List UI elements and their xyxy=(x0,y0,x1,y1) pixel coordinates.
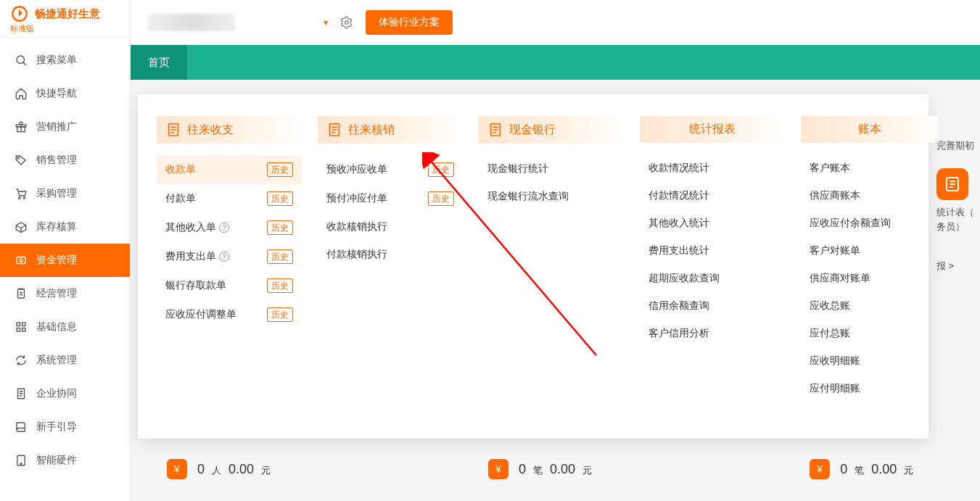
company-dropdown-caret-icon[interactable]: ▾ xyxy=(324,17,328,28)
settings-gear-icon[interactable] xyxy=(337,12,357,33)
mega-item[interactable]: 其他收入统计 xyxy=(640,210,785,237)
mega-item[interactable]: 供应商对账单 xyxy=(801,265,939,292)
history-tag[interactable]: 历史 xyxy=(267,307,293,322)
company-selector-blurred[interactable] xyxy=(148,14,235,31)
sidebar-item-device[interactable]: 智能硬件 xyxy=(0,444,130,477)
mega-item-label: 费用支出单? xyxy=(165,250,229,263)
stat-3-amount: 0.00 xyxy=(871,462,897,477)
help-icon[interactable]: ? xyxy=(219,252,229,262)
sidebar-item-loop[interactable]: 系统管理 xyxy=(0,344,130,377)
mega-column-header: 往来收支 xyxy=(157,116,302,144)
help-icon[interactable]: ? xyxy=(219,223,229,233)
svg-point-1 xyxy=(17,56,25,64)
stat-2-count: 0 xyxy=(519,462,526,477)
sidebar-item-home[interactable]: 快捷导航 xyxy=(0,77,130,110)
mega-item[interactable]: 费用支出单?历史 xyxy=(157,242,302,271)
mega-item[interactable]: 付款核销执行 xyxy=(318,241,463,268)
mega-column-3: 统计报表收款情况统计付款情况统计其他收入统计费用支出统计超期应收款查询信用余额查… xyxy=(640,116,785,402)
mega-item-label: 应付总账 xyxy=(810,327,850,340)
peek-report-icon[interactable] xyxy=(936,168,968,200)
history-tag[interactable]: 历史 xyxy=(428,162,454,177)
mega-item[interactable]: 银行存取款单历史 xyxy=(157,271,302,300)
sidebar-item-tag[interactable]: 销售管理 xyxy=(0,144,130,177)
peek-text-3[interactable]: 报 > xyxy=(936,260,980,273)
mega-item[interactable]: 客户对账单 xyxy=(801,237,939,265)
history-tag[interactable]: 历史 xyxy=(428,191,454,206)
svg-rect-7 xyxy=(17,257,25,264)
sidebar-item-doc[interactable]: 企业协同 xyxy=(0,377,130,410)
sidebar-item-clipboard[interactable]: 经营管理 xyxy=(0,277,130,310)
mega-item[interactable]: 付款单历史 xyxy=(157,184,302,213)
cart-icon xyxy=(15,187,28,200)
right-panel-peek: 完善期初 统计表（ 务员） 报 > xyxy=(936,123,980,289)
mega-item[interactable]: 费用支出统计 xyxy=(640,237,785,265)
history-tag[interactable]: 历史 xyxy=(267,191,293,206)
sidebar-item-money[interactable]: 资金管理 xyxy=(0,244,130,277)
stat-1-count: 0 xyxy=(197,462,205,477)
gift-icon xyxy=(15,120,28,133)
stats-row: ¥ 0人 0.00元 ¥ 0笔 0.00元 ¥ 0笔 0.00元 xyxy=(167,459,965,479)
mega-column-title: 统计报表 xyxy=(689,122,736,137)
mega-item[interactable]: 信用余额查询 xyxy=(640,292,785,320)
mega-item[interactable]: 收款核销执行 xyxy=(318,213,463,241)
svg-rect-10 xyxy=(17,323,20,326)
mega-item[interactable]: 应付总账 xyxy=(801,320,939,347)
sidebar-item-box[interactable]: 库存核算 xyxy=(0,210,130,244)
mega-item[interactable]: 应收明细账 xyxy=(801,347,939,375)
mega-item[interactable]: 收款单历史 xyxy=(157,155,302,184)
history-tag[interactable]: 历史 xyxy=(267,162,293,177)
mega-column-header: 往来核销 xyxy=(318,116,463,144)
main-area: ▾ 体验行业方案 首页 往来收支收款单历史付款单历史其他收入单?历史费用支出单?… xyxy=(131,0,980,501)
sidebar-item-gift[interactable]: 营销推广 xyxy=(0,110,130,144)
sidebar-item-search[interactable]: 搜索菜单 xyxy=(0,44,130,77)
mega-item-label: 应收总账 xyxy=(810,299,850,312)
mega-item-label: 现金银行统计 xyxy=(487,162,548,175)
grid-icon xyxy=(15,320,28,334)
mega-item[interactable]: 应付明细账 xyxy=(801,375,939,402)
mega-item[interactable]: 应收总账 xyxy=(801,292,939,320)
tab-home[interactable]: 首页 xyxy=(131,45,187,80)
mega-item[interactable]: 其他收入单?历史 xyxy=(157,213,302,242)
mega-item[interactable]: 客户账本 xyxy=(801,154,939,182)
sidebar-item-grid[interactable]: 基础信息 xyxy=(0,310,130,344)
peek-text-2b[interactable]: 务员） xyxy=(936,220,980,233)
history-tag[interactable]: 历史 xyxy=(267,220,293,235)
mega-item[interactable]: 预付冲应付单历史 xyxy=(318,184,463,213)
mega-item[interactable]: 现金银行流水查询 xyxy=(479,183,624,210)
mega-item[interactable]: 超期应收款查询 xyxy=(640,265,785,292)
svg-rect-11 xyxy=(22,323,26,326)
peek-text-1[interactable]: 完善期初 xyxy=(936,139,980,152)
peek-text-2a[interactable]: 统计表（ xyxy=(936,206,980,219)
mega-column-title: 往来核销 xyxy=(348,123,395,138)
mega-item[interactable]: 应收应付余额查询 xyxy=(801,210,939,237)
mega-item[interactable]: 预收冲应收单历史 xyxy=(318,155,463,184)
mega-item-label: 应收应付余额查询 xyxy=(810,217,891,230)
mega-item[interactable]: 供应商账本 xyxy=(801,182,939,210)
mega-column-2: 现金银行现金银行统计现金银行流水查询 xyxy=(479,116,624,402)
svg-point-16 xyxy=(20,463,22,465)
stat-box-2: ¥ 0笔 0.00元 xyxy=(488,459,592,479)
sidebar-item-label: 快捷导航 xyxy=(36,87,77,100)
mega-item[interactable]: 应收应付调整单历史 xyxy=(157,300,302,329)
sidebar-item-label: 销售管理 xyxy=(36,154,77,167)
search-icon xyxy=(15,54,28,67)
mega-item-label: 收款单 xyxy=(165,163,196,176)
history-tag[interactable]: 历史 xyxy=(267,249,293,264)
stat-1-amount: 0.00 xyxy=(228,462,254,477)
brand-logo-icon xyxy=(10,4,29,23)
sidebar-item-label: 营销推广 xyxy=(36,120,77,133)
sidebar-item-book[interactable]: 新手引导 xyxy=(0,410,130,444)
mega-column-4: 账本客户账本供应商账本应收应付余额查询客户对账单供应商对账单应收总账应付总账应收… xyxy=(801,116,939,402)
history-tag[interactable]: 历史 xyxy=(267,278,293,293)
mega-item[interactable]: 付款情况统计 xyxy=(640,182,785,210)
industry-plan-button[interactable]: 体验行业方案 xyxy=(366,10,453,35)
mega-item-label: 预收冲应收单 xyxy=(326,163,387,176)
mega-item-label: 银行存取款单 xyxy=(165,279,226,292)
mega-item[interactable]: 收款情况统计 xyxy=(640,154,785,182)
brand-edition: 标准版 xyxy=(10,25,120,33)
mega-item[interactable]: 客户信用分析 xyxy=(640,320,785,347)
mega-item[interactable]: 现金银行统计 xyxy=(479,155,624,183)
sidebar-item-cart[interactable]: 采购管理 xyxy=(0,177,130,210)
topbar: ▾ 体验行业方案 xyxy=(131,0,980,45)
svg-point-17 xyxy=(345,21,349,25)
